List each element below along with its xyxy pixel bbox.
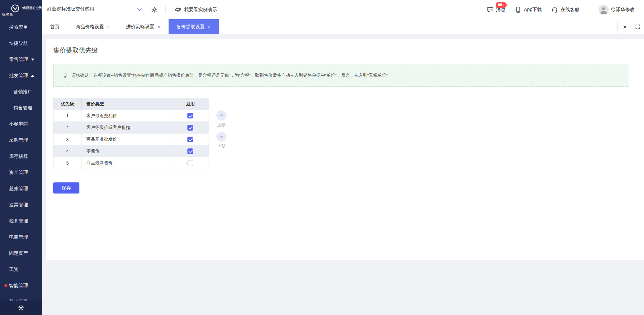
sidebar-footer-settings[interactable] [0,301,42,315]
enable-cell [172,145,209,157]
chevron-up-icon [219,114,223,118]
column-header-售价类型: 售价类型 [81,98,172,110]
sidebar-item-label: 小畅电商 [9,121,28,127]
planet-icon [174,6,181,13]
demo-link-label: 我要看实例演示 [184,7,217,13]
tab-close-icon[interactable]: × [107,24,110,29]
main-content: 售价提取优先级 请您确认：选项设置--销售设置“您在制作商品标准销售报价表时，是… [42,34,644,315]
online-service-button[interactable]: 在线客服 [551,6,579,13]
chevron-down-icon [219,134,223,138]
priority-cell: 5 [53,157,82,169]
save-button[interactable]: 保存 [53,182,79,194]
sidebar-item-label: 搜索菜单 [9,24,28,30]
workspace-selector[interactable]: 好业财标准版交付试用 [47,3,142,16]
move-up-label: 上移 [217,122,226,128]
sidebar-item-税务管理[interactable]: 税务管理 [0,213,42,229]
sidebar-item-零售管理[interactable]: 零售管理 [0,51,42,68]
tab-商品价格设置[interactable]: 商品价格设置× [68,19,118,34]
checkbox-checked[interactable] [187,113,193,118]
sidebar-item-label: 发票管理 [9,202,28,208]
online-service-label: 在线客服 [561,7,579,13]
app-download-label: App下载 [524,7,542,13]
price-type-cell: 客户等级价或客户折扣 [81,122,172,134]
sidebar-item-资金管理[interactable]: 资金管理 [0,165,42,181]
sidebar-item-批发管理[interactable]: 批发管理 [0,68,42,84]
notice-banner: 请您确认：选项设置--销售设置“您在制作商品标准销售报价表时，是含税还是无税”，… [53,64,629,87]
table-row: 1客户最近交易价 [53,110,209,122]
messages-badge: 99+ [496,2,507,8]
sidebar-item-label: 电商管理 [9,234,28,240]
table-row: 5商品最新售价 [53,157,209,169]
topbar-right-group: 消息 99+ App下载 在线客服 [487,5,644,15]
messages-button[interactable]: 消息 99+ [487,6,505,13]
sidebar-item-智能管理[interactable]: 智能管理 [0,278,42,294]
workspace-selector-value: 好业财标准版交付试用 [47,6,94,12]
column-header-启用: 启用 [172,98,209,110]
close-icon: × [623,24,627,30]
user-menu[interactable]: 徐泽华修改 [599,5,635,15]
sidebar-item-label: 营销推广 [13,89,32,95]
checkbox-checked[interactable] [187,125,193,131]
tab-close-icon[interactable]: × [157,24,160,29]
sidebar-item-label: 智能管理 [9,283,28,289]
tab-进价策略设置[interactable]: 进价策略设置× [118,19,169,34]
brand-edition: 标准版 [2,12,13,17]
gear-icon [18,305,24,311]
priority-cell: 1 [53,110,82,122]
tab-bar: 首页商品价格设置×进价策略设置×售价提取设置× × [42,19,644,34]
headset-icon [551,6,558,13]
tab-close-icon[interactable]: × [208,24,211,29]
column-header-优先级: 优先级 [53,98,82,110]
move-down-button[interactable] [216,132,226,142]
enable-cell [172,134,209,145]
price-type-cell: 商品基准批发价 [81,134,172,145]
sidebar-item-发票管理[interactable]: 发票管理 [0,197,42,213]
username: 徐泽华修改 [611,7,635,13]
sidebar-item-总账管理[interactable]: 总账管理 [0,181,42,197]
sidebar-item-销售管理[interactable]: 销售管理 [0,100,42,116]
checkbox-checked[interactable] [187,137,193,142]
sidebar-item-label: 零售管理 [9,57,28,63]
checkbox-checked[interactable] [187,148,193,154]
settings-gear-icon[interactable] [151,6,158,13]
settings-panel: 售价提取优先级 请您确认：选项设置--销售设置“您在制作商品标准销售报价表时，是… [46,39,644,260]
sidebar-item-小畅电商[interactable]: 小畅电商 [0,116,42,132]
priority-table: 优先级售价类型启用 1客户最近交易价2客户等级价或客户折扣3商品基准批发价4零售… [53,98,209,169]
topbar-divider [589,6,589,14]
sidebar-item-营销推广[interactable]: 营销推广 [0,84,42,100]
page-title: 售价提取优先级 [53,46,98,55]
table-row: 2客户等级价或客户折扣 [53,122,209,134]
move-up-button[interactable] [216,110,226,120]
tab-label: 商品价格设置 [76,24,104,30]
tab-label: 售价提取设置 [177,24,205,30]
sidebar-item-电商管理[interactable]: 电商管理 [0,229,42,245]
app-logo: 畅捷通好业财 标准版 [0,0,42,19]
sidebar-item-快捷导航[interactable]: 快捷导航 [0,35,42,51]
close-all-tabs-button[interactable]: × [618,19,631,34]
demo-link[interactable]: 我要看实例演示 [174,6,217,13]
table-row: 3商品基准批发价 [53,134,209,145]
sidebar-item-搜索菜单[interactable]: 搜索菜单 [0,19,42,35]
price-type-cell: 零售价 [81,145,172,157]
sidebar-item-库存核算[interactable]: 库存核算 [0,148,42,165]
sidebar-item-采购管理[interactable]: 采购管理 [0,132,42,148]
tab-首页[interactable]: 首页 [42,19,68,34]
sidebar-item-label: 采购管理 [9,137,28,143]
notice-text: 请您确认：选项设置--销售设置“您在制作商品标准销售报价表时，是含税还是无税”，… [71,72,388,78]
triangle-down-icon [31,59,34,61]
fullscreen-button[interactable] [631,19,644,34]
app-download-button[interactable]: App下载 [515,6,542,13]
move-down-label: 下移 [217,143,226,149]
top-bar: 畅捷通好业财 标准版 好业财标准版交付试用 我要看实例演示 [0,0,644,19]
checkbox-unchecked[interactable] [187,160,193,166]
sidebar: 搜索菜单快捷导航零售管理批发管理营销推广销售管理小畅电商采购管理库存核算资金管理… [0,19,42,315]
priority-table-wrap: 优先级售价类型启用 1客户最近交易价2客户等级价或客户折扣3商品基准批发价4零售… [53,98,209,169]
sidebar-item-工资[interactable]: 工资 [0,261,42,278]
sidebar-item-固定资产[interactable]: 固定资产 [0,245,42,261]
priority-cell: 3 [53,134,82,145]
tab-售价提取设置[interactable]: 售价提取设置× [169,19,219,34]
sidebar-menu: 搜索菜单快捷导航零售管理批发管理营销推广销售管理小畅电商采购管理库存核算资金管理… [0,19,42,310]
sidebar-item-label: 批发管理 [9,73,28,79]
enable-cell [172,122,209,134]
price-type-cell: 商品最新售价 [81,157,172,169]
